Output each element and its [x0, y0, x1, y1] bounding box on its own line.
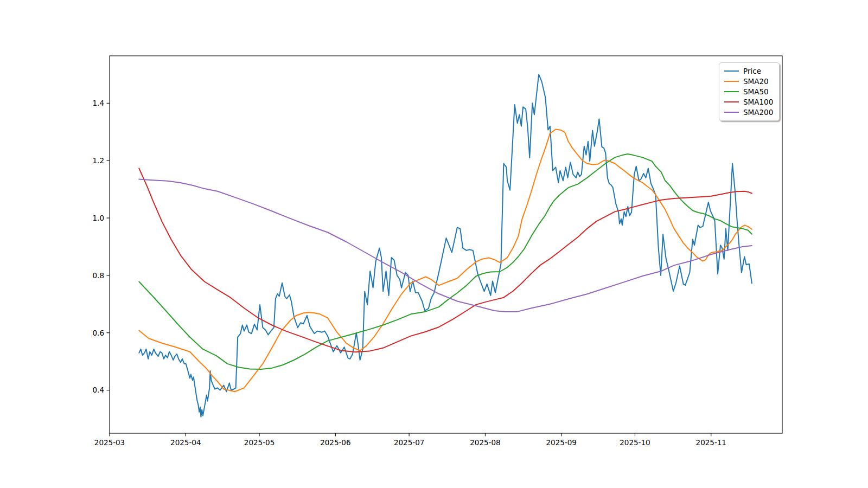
x-tick-label: 2025-06: [320, 438, 350, 447]
legend-entry-sma50: SMA50: [724, 87, 774, 97]
y-tick-label: 1.0: [93, 214, 104, 222]
x-tick-label: 2025-08: [470, 438, 500, 447]
series-line-price: [139, 74, 752, 416]
y-tick-label: 1.2: [93, 156, 104, 165]
legend-label: SMA50: [743, 87, 769, 96]
x-tick-label: 2025-07: [394, 438, 424, 447]
matplotlib-figure: 2025-032025-042025-052025-062025-072025-…: [0, 0, 868, 488]
y-tick-label: 1.4: [93, 99, 104, 107]
legend-entry-sma200: SMA200: [724, 107, 774, 117]
x-tick-label: 2025-11: [696, 438, 726, 447]
legend-entry-sma100: SMA100: [724, 97, 774, 107]
y-tick-label: 0.4: [93, 386, 104, 394]
legend-line-sample-sma20: [724, 81, 739, 82]
legend-label: SMA100: [743, 98, 773, 106]
legend-entry-price: Price: [724, 66, 774, 76]
x-tick-label: 2025-04: [170, 438, 201, 447]
legend: PriceSMA20SMA50SMA100SMA200: [719, 62, 780, 121]
legend-entry-sma20: SMA20: [724, 76, 774, 86]
y-tick-label: 0.6: [93, 329, 104, 337]
x-tick-label: 2025-10: [620, 438, 650, 447]
legend-label: Price: [743, 67, 761, 75]
legend-line-sample-price: [724, 70, 739, 72]
x-tick-label: 2025-03: [94, 438, 125, 447]
series-line-sma200: [139, 179, 752, 312]
legend-line-sample-sma50: [724, 91, 739, 92]
x-tick-label: 2025-09: [546, 438, 576, 447]
legend-line-sample-sma200: [724, 112, 739, 113]
x-tick-label: 2025-05: [244, 438, 275, 447]
legend-line-sample-sma100: [724, 101, 739, 102]
legend-label: SMA200: [743, 108, 773, 117]
legend-label: SMA20: [743, 77, 769, 86]
y-tick-label: 0.8: [93, 271, 104, 280]
